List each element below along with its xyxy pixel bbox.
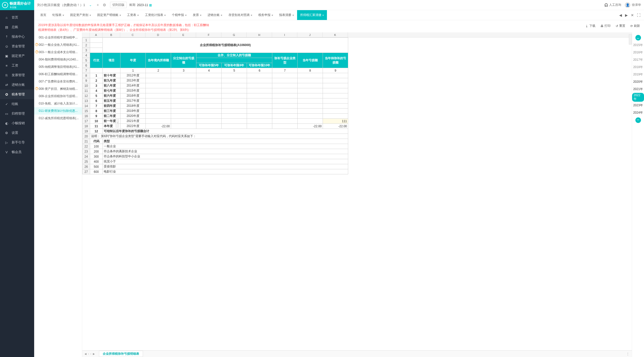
close-icon[interactable]: × bbox=[185, 14, 186, 17]
cell[interactable]: 项目 bbox=[103, 53, 120, 68]
cell[interactable] bbox=[298, 83, 323, 88]
cell[interactable] bbox=[222, 98, 247, 103]
tab[interactable]: 报表清册× bbox=[276, 10, 297, 20]
row-header[interactable]: 3 bbox=[82, 48, 90, 53]
refresh-button[interactable]: ⟳刷新 bbox=[630, 24, 640, 28]
cell[interactable] bbox=[247, 98, 272, 103]
cell[interactable] bbox=[171, 88, 196, 93]
cell[interactable] bbox=[323, 103, 348, 109]
cell[interactable]: 2014年度 bbox=[120, 83, 146, 88]
cell[interactable] bbox=[323, 78, 348, 83]
row-header[interactable]: 27 bbox=[82, 169, 90, 174]
cell[interactable] bbox=[222, 93, 247, 98]
cell[interactable] bbox=[146, 78, 171, 83]
cell[interactable]: -22.00 bbox=[323, 124, 348, 129]
cell[interactable]: 当年境内所得额 bbox=[146, 53, 171, 68]
cell[interactable] bbox=[222, 114, 247, 119]
download-button[interactable]: ⭳下载 bbox=[585, 24, 595, 28]
row-header[interactable]: 25 bbox=[82, 159, 90, 164]
year-item[interactable]: 2022年 bbox=[632, 93, 644, 102]
nav-tax[interactable]: ✪税务管理 bbox=[0, 90, 34, 99]
cell[interactable] bbox=[323, 93, 348, 98]
cell[interactable] bbox=[323, 98, 348, 103]
cell[interactable] bbox=[171, 114, 196, 119]
cell[interactable]: 前七年度 bbox=[103, 88, 120, 93]
row-header[interactable]: 5 bbox=[82, 58, 90, 63]
cell[interactable]: 200 bbox=[90, 149, 103, 154]
cell[interactable]: 100 bbox=[90, 144, 103, 149]
cell[interactable]: 代码 bbox=[90, 139, 103, 144]
cell[interactable] bbox=[222, 124, 247, 129]
cell[interactable] bbox=[171, 103, 196, 109]
col-header[interactable]: B bbox=[102, 32, 120, 37]
tab[interactable]: 固定资产类别× bbox=[67, 10, 94, 20]
nav-home[interactable]: ⌂首页 bbox=[0, 13, 34, 22]
cell[interactable] bbox=[171, 93, 196, 98]
tab-close-all-icon[interactable]: ✕ bbox=[631, 13, 634, 17]
close-icon[interactable]: × bbox=[251, 14, 252, 17]
nav-close-acc[interactable]: ✓结账 bbox=[0, 99, 34, 109]
fullscreen-icon[interactable]: ⛶ bbox=[637, 13, 640, 17]
cell[interactable]: 分立转出的亏损额 bbox=[171, 53, 196, 68]
cell[interactable] bbox=[103, 68, 120, 73]
cell[interactable]: 可弥补年限10年 bbox=[247, 63, 272, 68]
cell[interactable]: 前八年度 bbox=[103, 83, 120, 88]
close-icon[interactable]: × bbox=[119, 14, 121, 17]
cell[interactable]: 6 bbox=[247, 68, 272, 73]
row-header[interactable]: 26 bbox=[82, 164, 90, 169]
cell[interactable] bbox=[272, 114, 298, 119]
cell[interactable] bbox=[196, 73, 222, 78]
cell[interactable]: 前五年度 bbox=[103, 98, 120, 103]
close-icon[interactable]: × bbox=[221, 14, 222, 17]
year-up-icon[interactable]: ︽ bbox=[635, 35, 641, 40]
cell[interactable] bbox=[298, 73, 323, 78]
cell[interactable] bbox=[196, 124, 222, 129]
cell[interactable] bbox=[247, 119, 272, 124]
col-header[interactable]: F bbox=[196, 32, 221, 37]
cell[interactable]: 12 bbox=[90, 129, 103, 134]
cell[interactable]: 行次 bbox=[90, 53, 103, 68]
tab[interactable]: 工资统计报表× bbox=[142, 10, 169, 20]
sheet-prev-icon[interactable]: ‹ bbox=[88, 352, 89, 355]
cell[interactable]: 前九年度 bbox=[103, 78, 120, 83]
cell[interactable] bbox=[171, 119, 196, 124]
cell[interactable] bbox=[323, 114, 348, 119]
form-list-item[interactable]: 001-企业所得税年度纳税申... bbox=[34, 34, 82, 41]
tab[interactable]: 个税申报× bbox=[169, 10, 190, 20]
cell[interactable] bbox=[298, 103, 323, 109]
cell[interactable] bbox=[146, 93, 171, 98]
nav-invoice[interactable]: ⎘发票管理 bbox=[0, 70, 34, 80]
consult-button[interactable]: 🎧 人工咨询 bbox=[604, 3, 621, 7]
row-header[interactable]: 12 bbox=[82, 93, 90, 98]
nav-guide[interactable]: ▷新手引导 bbox=[0, 138, 34, 147]
side-panel-toggle[interactable] bbox=[629, 34, 632, 45]
cell[interactable]: 111 bbox=[323, 119, 348, 124]
year-item[interactable]: 2024年 bbox=[633, 109, 643, 116]
nav-money[interactable]: ⊙资金管理 bbox=[0, 41, 34, 51]
form-list-item[interactable]: 009-企业所得税弥补亏损明... bbox=[34, 93, 82, 100]
row-header[interactable]: 15 bbox=[82, 109, 90, 114]
cell[interactable] bbox=[196, 103, 222, 109]
row-header[interactable]: 10 bbox=[82, 83, 90, 88]
cell[interactable] bbox=[272, 88, 298, 93]
cell[interactable] bbox=[272, 109, 298, 114]
col-header[interactable]: E bbox=[171, 32, 196, 37]
grid-body[interactable]: 1企业所得税弥补亏损明细表(A106000)234行次项目年度当年境内所得额分立… bbox=[82, 37, 632, 350]
cell[interactable] bbox=[298, 119, 323, 124]
form-list-item[interactable]: 005-纳税调整项目明细表(A1... bbox=[34, 63, 82, 71]
cell[interactable] bbox=[323, 88, 348, 93]
row-header[interactable]: 4 bbox=[82, 53, 90, 58]
cell[interactable]: 2 bbox=[90, 78, 103, 83]
year-item[interactable]: 2016年 bbox=[633, 49, 643, 56]
row-header[interactable]: 7 bbox=[82, 68, 90, 73]
row-header[interactable]: 9 bbox=[82, 78, 90, 83]
form-list-item[interactable]: ?003-一般企业成本支出明细... bbox=[34, 49, 82, 56]
cell[interactable]: 前三年度 bbox=[103, 109, 120, 114]
year-item[interactable]: 2021年 bbox=[633, 86, 643, 93]
cell[interactable]: 4 bbox=[90, 88, 103, 93]
form-list-item[interactable]: 006-职工薪酬纳税调整明细... bbox=[34, 71, 82, 78]
nav-salary[interactable]: ≡工资 bbox=[0, 61, 34, 70]
cell[interactable]: 前四年度 bbox=[103, 103, 120, 109]
cell[interactable] bbox=[171, 124, 196, 129]
cell[interactable]: 前二年度 bbox=[103, 114, 120, 119]
